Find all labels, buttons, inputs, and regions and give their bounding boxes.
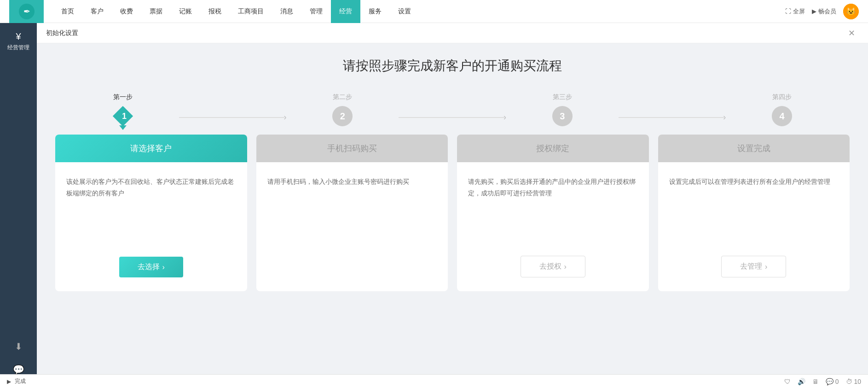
card3-body: 请先购买，购买后选择开通的产品中的企业用户进行授权绑定，成功后即可进行经营管理 xyxy=(457,162,649,247)
card3-btn-arrow: › xyxy=(564,263,567,271)
svg-text:😺: 😺 xyxy=(846,7,856,16)
card3-text: 请先购买，购买后选择开通的产品中的企业用户进行授权绑定，成功后即可进行经营管理 xyxy=(468,178,636,197)
card4-header: 设置完成 xyxy=(658,135,850,162)
step-card-1: 请选择客户 该处展示的客户为不在回收站、客户状态正常建账后完成老板端绑定的所有客… xyxy=(55,135,247,291)
card1-text: 该处展示的客户为不在回收站、客户状态正常建账后完成老板端绑定的所有客户 xyxy=(66,178,234,197)
card2-footer xyxy=(256,268,448,291)
nav-items: 首页客户收费票据记账报税工商项目消息管理经营服务设置 xyxy=(53,0,785,23)
card1-header: 请选择客户 xyxy=(55,135,247,162)
svg-text:✒: ✒ xyxy=(23,7,30,16)
step2-label: 第二步 xyxy=(333,93,352,101)
status-left: ▶ 完成 xyxy=(7,377,26,385)
timer: ⏱ 10 xyxy=(846,378,861,385)
step3-circle: 3 xyxy=(552,106,573,126)
card2-text: 请用手机扫码，输入小微企业主账号密码进行购买 xyxy=(267,178,409,185)
timeline-step-2: 第二步 2 xyxy=(289,93,396,126)
card4-text: 设置完成后可以在管理列表进行所有企业用户的经营管理 xyxy=(669,178,830,185)
shield-icon: 🛡 xyxy=(784,378,791,385)
card4-footer: 去管理 › xyxy=(658,247,850,291)
nav-item-message[interactable]: 消息 xyxy=(272,0,301,23)
card1-btn[interactable]: 去选择 › xyxy=(119,257,183,277)
nav-item-bookkeeping[interactable]: 记账 xyxy=(171,0,200,23)
nav-item-customer[interactable]: 客户 xyxy=(82,0,112,23)
sound-icon: 🔊 xyxy=(798,378,805,385)
close-button[interactable]: ✕ xyxy=(845,26,859,40)
nav-item-operation[interactable]: 经营 xyxy=(331,0,360,23)
message-count: 💬 0 xyxy=(826,378,839,385)
step4-circle: 4 xyxy=(772,106,792,126)
card3-header: 授权绑定 xyxy=(457,135,649,162)
play-icon: ▶ xyxy=(7,378,11,385)
card3-btn[interactable]: 去授权 › xyxy=(521,256,585,277)
sidebar: ¥ 经营管理 ⬇ 💬 xyxy=(0,23,37,388)
card2-title: 手机扫码购买 xyxy=(327,144,377,153)
card4-title: 设置完成 xyxy=(737,144,770,153)
vip-icon: ▶ xyxy=(812,8,816,15)
card3-title: 授权绑定 xyxy=(536,144,569,153)
step1-label: 第一步 xyxy=(113,93,133,101)
arrow-2-3: › xyxy=(396,112,509,122)
avatar[interactable]: 😺 xyxy=(843,4,859,19)
timeline-step-3: 第三步 3 xyxy=(509,93,616,126)
arrow-1-2: › xyxy=(177,112,289,122)
logo-icon: ✒ xyxy=(18,3,35,20)
nav-item-home[interactable]: 首页 xyxy=(53,0,82,23)
timeline-step-4: 第四步 4 xyxy=(728,93,836,126)
top-navigation: ✒ 首页客户收费票据记账报税工商项目消息管理经营服务设置 ⛶ 全屏 ▶ 畅会员 … xyxy=(0,0,868,23)
nav-item-tax[interactable]: 报税 xyxy=(200,0,230,23)
step3-label: 第三步 xyxy=(553,93,572,101)
status-bar: ▶ 完成 🛡 🔊 🖥 💬 0 ⏱ 10 xyxy=(0,374,868,388)
svg-text:1: 1 xyxy=(122,112,127,121)
card1-title: 请选择客户 xyxy=(130,144,172,153)
status-text: 完成 xyxy=(15,377,26,385)
nav-item-business[interactable]: 工商项目 xyxy=(230,0,272,23)
step-card-3: 授权绑定 请先购买，购买后选择开通的产品中的企业用户进行授权绑定，成功后即可进行… xyxy=(457,135,649,291)
nav-right: ⛶ 全屏 ▶ 畅会员 😺 xyxy=(785,4,859,19)
download-btn[interactable]: ⬇ xyxy=(9,337,28,356)
main-content: 初始化设置 ✕ 请按照步骤完成新客户的开通购买流程 第一步 1 xyxy=(37,23,868,388)
timeline-step-1: 第一步 1 xyxy=(69,93,177,130)
nav-item-manage[interactable]: 管理 xyxy=(301,0,331,23)
process-area: 请按照步骤完成新客户的开通购买流程 第一步 1 xyxy=(37,43,868,305)
page-title: 初始化设置 xyxy=(46,29,78,37)
card3-btn-label: 去授权 xyxy=(539,262,561,271)
fullscreen-btn[interactable]: ⛶ 全屏 xyxy=(785,7,805,16)
card3-footer: 去授权 › xyxy=(457,247,649,291)
card2-header: 手机扫码购买 xyxy=(256,135,448,162)
nav-item-fee[interactable]: 收费 xyxy=(112,0,141,23)
card1-body: 该处展示的客户为不在回收站、客户状态正常建账后完成老板端绑定的所有客户 xyxy=(55,162,247,247)
nav-item-service[interactable]: 服务 xyxy=(360,0,390,23)
step1-circle: 1 xyxy=(113,106,133,126)
card1-btn-label: 去选择 xyxy=(138,262,160,272)
card4-btn-label: 去管理 xyxy=(740,262,762,271)
card4-btn-arrow: › xyxy=(765,263,767,271)
card1-footer: 去选择 › xyxy=(55,247,247,291)
nav-item-settings[interactable]: 设置 xyxy=(390,0,419,23)
page-header: 初始化设置 ✕ xyxy=(37,23,868,43)
operation-icon: ¥ xyxy=(16,31,21,42)
vip-btn[interactable]: ▶ 畅会员 xyxy=(812,7,836,16)
nav-item-invoice[interactable]: 票据 xyxy=(141,0,171,23)
process-heading: 请按照步骤完成新客户的开通购买流程 xyxy=(55,57,850,75)
card4-body: 设置完成后可以在管理列表进行所有企业用户的经营管理 xyxy=(658,162,850,247)
step4-label: 第四步 xyxy=(772,93,792,101)
screen-icon: 🖥 xyxy=(812,378,819,385)
card4-btn[interactable]: 去管理 › xyxy=(721,256,786,277)
sidebar-item-operation[interactable]: ¥ 经营管理 xyxy=(2,28,35,55)
fullscreen-label: 全屏 xyxy=(793,7,805,16)
cards-row: 请选择客户 该处展示的客户为不在回收站、客户状态正常建账后完成老板端绑定的所有客… xyxy=(55,135,850,291)
vip-label: 畅会员 xyxy=(818,7,836,16)
status-right: 🛡 🔊 🖥 💬 0 ⏱ 10 xyxy=(784,378,861,385)
app-logo: ✒ xyxy=(9,0,44,23)
card1-btn-arrow: › xyxy=(162,263,165,271)
step-card-4: 设置完成 设置完成后可以在管理列表进行所有企业用户的经营管理 去管理 › xyxy=(658,135,850,291)
sidebar-item-label: 经营管理 xyxy=(7,44,29,52)
card2-body: 请用手机扫码，输入小微企业主账号密码进行购买 xyxy=(256,162,448,268)
arrow-3-4: › xyxy=(616,112,729,122)
step2-circle: 2 xyxy=(332,106,353,126)
fullscreen-icon: ⛶ xyxy=(785,8,791,15)
timeline: 第一步 1 › 第二步 2 xyxy=(55,93,850,130)
step-card-2: 手机扫码购买 请用手机扫码，输入小微企业主账号密码进行购买 xyxy=(256,135,448,291)
